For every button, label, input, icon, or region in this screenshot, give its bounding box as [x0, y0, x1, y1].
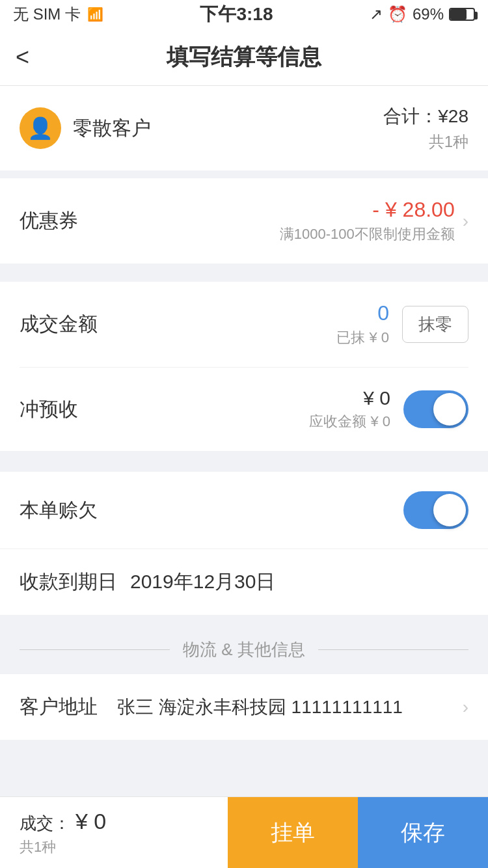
address-label: 客户地址: [20, 694, 98, 720]
sim-label: 无 SIM 卡: [13, 4, 81, 25]
deal-label: 成交：: [20, 812, 70, 835]
avatar-icon: 👤: [27, 116, 53, 141]
customer-left: 👤 零散客户: [20, 107, 151, 149]
logistics-header: 物流 & 其他信息: [0, 625, 488, 674]
location-icon: ↗: [370, 5, 383, 23]
transaction-section: 成交金额 0 已抹 ¥ 0 抹零 冲预收 ¥ 0 应收金额 ¥ 0: [0, 282, 488, 451]
prereceive-row: 冲预收 ¥ 0 应收金额 ¥ 0: [20, 368, 468, 451]
duedate-value[interactable]: 2019年12月30日: [130, 569, 275, 595]
battery-percent: 69%: [413, 5, 444, 23]
prereceive-value: ¥ 0 应收金额 ¥ 0: [309, 387, 468, 431]
total-count: 共1种: [383, 131, 468, 152]
avatar: 👤: [20, 107, 61, 149]
status-right: ↗ ⏰ 69%: [370, 5, 475, 23]
toggle-knob: [433, 393, 466, 426]
save-button[interactable]: 保存: [358, 797, 488, 869]
hang-button[interactable]: 挂单: [228, 797, 358, 869]
bottom-bar: 成交： ¥ 0 共1种 挂单 保存: [0, 796, 488, 868]
round-button[interactable]: 抹零: [402, 306, 468, 343]
status-left: 无 SIM 卡 📶: [13, 4, 103, 25]
bottom-count: 共1种: [20, 837, 208, 857]
customer-total: 合计：¥28 共1种: [383, 104, 468, 152]
total-amount: 合计：¥28: [383, 104, 468, 129]
coupon-label: 优惠券: [20, 208, 78, 234]
customer-section: 👤 零散客户 合计：¥28 共1种: [0, 86, 488, 170]
credit-section: 本单赊欠: [0, 472, 488, 549]
section-divider-2: [0, 451, 488, 461]
alarm-icon: ⏰: [388, 5, 407, 23]
credit-label: 本单赊欠: [20, 497, 98, 524]
credit-toggle-knob: [433, 494, 466, 526]
amount-value[interactable]: 0: [336, 301, 389, 325]
address-chevron-icon: ›: [463, 697, 468, 718]
content: 👤 零散客户 合计：¥28 共1种 优惠券 - ¥ 28.00 满1000-10…: [0, 86, 488, 868]
transaction-amount-row: 成交金额 0 已抹 ¥ 0 抹零: [20, 282, 468, 368]
prereceive-sub: 应收金额 ¥ 0: [309, 412, 390, 431]
amount-sub: 已抹 ¥ 0: [336, 328, 389, 347]
transaction-right: 0 已抹 ¥ 0 抹零: [336, 301, 468, 347]
credit-toggle[interactable]: [403, 491, 468, 529]
logistics-label: 物流 & 其他信息: [183, 638, 305, 661]
discount-amount: - ¥ 28.00: [280, 198, 455, 222]
deal-amount: ¥ 0: [75, 809, 106, 834]
duedate-section: 收款到期日 2019年12月30日: [0, 549, 488, 615]
coupon-right: - ¥ 28.00 满1000-100不限制使用金额 ›: [280, 198, 468, 244]
bottom-deal: 成交： ¥ 0: [20, 809, 208, 835]
customer-name: 零散客户: [73, 115, 151, 142]
status-bar: 无 SIM 卡 📶 下午3:18 ↗ ⏰ 69%: [0, 0, 488, 29]
address-value: 张三 海淀永丰科技园 11111111111: [117, 695, 463, 720]
page-title: 填写结算等信息: [167, 42, 321, 72]
nav-bar: < 填写结算等信息: [0, 29, 488, 86]
back-button[interactable]: <: [16, 44, 29, 71]
status-time: 下午3:18: [200, 2, 273, 27]
coupon-discount: - ¥ 28.00 满1000-100不限制使用金额: [280, 198, 455, 244]
discount-desc: 满1000-100不限制使用金额: [280, 224, 455, 244]
address-section[interactable]: 客户地址 张三 海淀永丰科技园 11111111111 ›: [0, 674, 488, 740]
prereceive-label: 冲预收: [20, 396, 78, 423]
prereceive-amounts: ¥ 0 应收金额 ¥ 0: [309, 387, 390, 431]
chevron-right-icon: ›: [463, 211, 468, 232]
wifi-icon: 📶: [87, 7, 103, 22]
section-divider-1: [0, 271, 488, 282]
battery-bar: [449, 8, 475, 21]
bottom-info: 成交： ¥ 0 共1种: [0, 809, 228, 857]
prereceive-main: ¥ 0: [309, 387, 390, 409]
battery-fill: [450, 9, 467, 20]
amount-label: 成交金额: [20, 311, 98, 338]
prereceive-toggle[interactable]: [403, 390, 468, 428]
duedate-label: 收款到期日: [20, 569, 117, 595]
coupon-section[interactable]: 优惠券 - ¥ 28.00 满1000-100不限制使用金额 ›: [0, 178, 488, 264]
transaction-value: 0 已抹 ¥ 0: [336, 301, 389, 347]
